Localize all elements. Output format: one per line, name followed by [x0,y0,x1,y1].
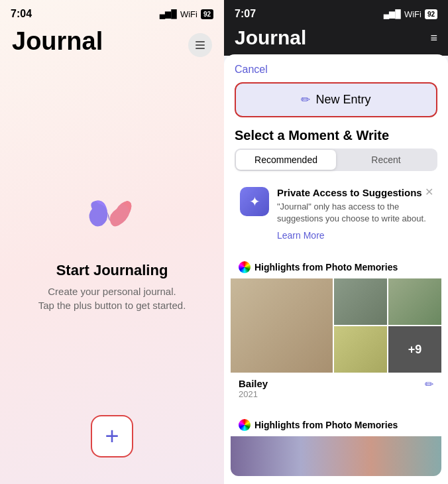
highlights-header-2: Highlights from Photo Memories [231,412,441,436]
highlights-title: Highlights from Photo Memories [254,262,398,272]
left-panel: 7:04 ▄▆█ WiFi 92 Journal Start Journalin… [0,0,224,484]
right-journal-bar: Journal ≡ [224,23,448,56]
add-entry-area: + [91,415,133,457]
left-status-icons: ▄▆█ WiFi 92 [160,9,213,19]
segment-recommended[interactable]: Recommended [236,150,336,170]
signal-icon: ▄▆█ [160,9,177,19]
left-time: 7:04 [11,8,32,20]
segment-control: Recommended Recent [235,149,437,171]
privacy-text: Private Access to Suggestions "Journal" … [277,187,432,241]
highlights-footer: Bailey 2021 ✏ [231,373,441,406]
journal-title-left: Journal [12,28,103,56]
photo-strip-2 [231,436,441,476]
right-panel: 7:07 ▄▆█ WiFi 92 Journal ≡ Cancel ✏ New … [224,0,448,484]
highlights-title-2: Highlights from Photo Memories [254,420,398,430]
rainbow-icon [239,261,251,273]
photo-year: 2021 [239,389,268,399]
new-entry-button[interactable]: ✏ New Entry [235,82,437,117]
menu-button-left[interactable] [188,33,212,57]
photo-plus-more: +9 [388,326,441,373]
right-wifi-icon: WiFi [404,9,421,19]
wifi-icon: WiFi [180,9,197,19]
modal-sheet: Cancel ✏ New Entry Select a Moment & Wri… [224,54,448,484]
plus-count-label: +9 [408,343,422,357]
new-entry-label: New Entry [315,93,370,107]
privacy-card: ✦ Private Access to Suggestions "Journal… [231,178,441,248]
journal-logo [82,196,142,249]
left-status-bar: 7:04 ▄▆█ WiFi 92 [0,0,224,23]
right-battery: 92 [425,9,437,19]
sparkle-icon: ✦ [249,194,260,210]
start-journaling-subtitle: Create your personal journal. Tap the pl… [38,284,186,312]
highlights-header: Highlights from Photo Memories [231,255,441,278]
learn-more-link[interactable]: Learn More [277,230,325,241]
rainbow-icon-2 [239,419,251,431]
edit-icon[interactable]: ✏ [425,378,433,391]
menu-dots-icon [196,41,205,49]
close-privacy-button[interactable]: ✕ [425,186,433,198]
right-header-bg: 7:07 ▄▆█ WiFi 92 Journal ≡ [224,0,448,56]
modal-top: Cancel ✏ New Entry [224,54,448,124]
segment-recent[interactable]: Recent [336,150,436,170]
new-entry-icon: ✏ [301,93,310,107]
photo-top-right-2 [388,278,441,325]
cancel-button[interactable]: Cancel [235,64,268,76]
highlights-section-2: Highlights from Photo Memories [231,412,441,476]
right-menu-icon[interactable]: ≡ [430,31,437,45]
select-moment-title: Select a Moment & Write [224,124,448,149]
right-signal-icon: ▄▆█ [384,9,401,19]
plus-icon: + [105,424,119,448]
right-status-bar: 7:07 ▄▆█ WiFi 92 [224,0,448,23]
highlights-section: Highlights from Photo Memories +9 [231,255,441,406]
privacy-icon-box: ✦ [240,187,269,216]
photo-name: Bailey [239,378,268,389]
journal-title-right: Journal [235,27,306,49]
photo-bottom-right-1 [334,326,387,373]
photo-label: Bailey 2021 [239,378,268,399]
battery-indicator: 92 [201,9,213,19]
add-entry-button[interactable]: + [91,415,133,457]
right-status-icons: ▄▆█ WiFi 92 [384,9,437,19]
photo-grid: +9 [231,278,441,373]
privacy-description: "Journal" only has access to the suggest… [277,201,432,225]
start-journaling-title: Start Journaling [56,262,168,279]
photo-top-right-1 [334,278,387,325]
right-time: 7:07 [235,8,256,20]
privacy-title: Private Access to Suggestions [277,187,432,198]
photo-main [231,278,333,373]
left-header: Journal [0,23,224,64]
